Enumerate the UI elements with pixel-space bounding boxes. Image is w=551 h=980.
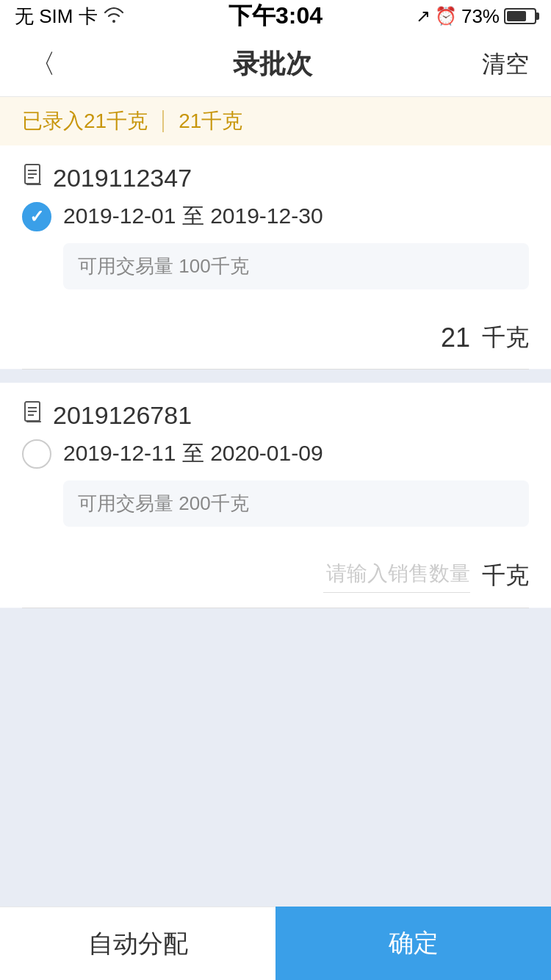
batch-date-row-2: 2019-12-11 至 2020-01-09 <box>22 439 529 469</box>
batch-date-2: 2019-12-11 至 2020-01-09 <box>63 439 323 469</box>
battery-icon <box>504 8 536 24</box>
batch-id-row-2: 2019126781 <box>22 400 529 430</box>
batch-doc-icon-1 <box>22 163 46 192</box>
qty-input-2[interactable] <box>323 559 470 593</box>
qty-row-1: 21 千克 <box>0 307 551 369</box>
nav-bar: 〈 录批次 清空 <box>0 32 551 97</box>
batch-date-row-1: 2019-12-01 至 2019-12-30 <box>22 201 529 231</box>
bottom-bar: 自动分配 确定 <box>0 907 551 980</box>
qty-row-2: 千克 <box>0 544 551 608</box>
svg-rect-1 <box>26 184 41 185</box>
available-qty-1: 可用交易量 100千克 <box>63 243 529 289</box>
auto-distribute-button[interactable]: 自动分配 <box>0 907 276 980</box>
batch-date-1: 2019-12-01 至 2019-12-30 <box>63 201 323 231</box>
status-left: 无 SIM 卡 <box>15 4 124 29</box>
confirm-button[interactable]: 确定 <box>276 907 551 980</box>
batch-radio-1[interactable] <box>22 202 51 231</box>
qty-unit-1: 千克 <box>482 322 529 354</box>
section-divider <box>0 370 551 383</box>
carrier-label: 无 SIM 卡 <box>15 4 98 29</box>
wifi-icon <box>104 5 124 28</box>
batch-card-1: 2019112347 2019-12-01 至 2019-12-30 可用交易量… <box>0 145 551 307</box>
location-icon: ↗ <box>416 6 431 26</box>
batch-id-2: 2019126781 <box>53 401 192 430</box>
status-time: 下午3:04 <box>228 0 323 32</box>
content-area: 已录入21千克 21千克 2019112347 2019-12-01 至 201… <box>0 97 551 980</box>
batch-id-1: 2019112347 <box>53 164 192 192</box>
batch-radio-2[interactable] <box>22 439 51 469</box>
summary-divider <box>162 110 164 132</box>
battery-percent: 73% <box>461 5 500 28</box>
summary-banner: 已录入21千克 21千克 <box>0 97 551 145</box>
back-button[interactable]: 〈 <box>22 39 63 90</box>
batch-doc-icon-2 <box>22 400 46 430</box>
summary-recorded-label: 已录入21千克 <box>22 107 148 135</box>
status-right: ↗ ⏰ 73% <box>416 5 536 28</box>
svg-rect-6 <box>26 421 41 422</box>
qty-value-1: 21 <box>441 323 470 353</box>
available-qty-2: 可用交易量 200千克 <box>63 480 529 527</box>
batch-id-row-1: 2019112347 <box>22 163 529 192</box>
qty-unit-2: 千克 <box>482 560 529 592</box>
summary-value: 21千克 <box>179 107 242 135</box>
clear-button[interactable]: 清空 <box>482 48 529 81</box>
alarm-icon: ⏰ <box>435 6 457 26</box>
page-title: 录批次 <box>233 46 312 82</box>
batch-card-2: 2019126781 2019-12-11 至 2020-01-09 可用交易量… <box>0 383 551 544</box>
status-bar: 无 SIM 卡 下午3:04 ↗ ⏰ 73% <box>0 0 551 32</box>
